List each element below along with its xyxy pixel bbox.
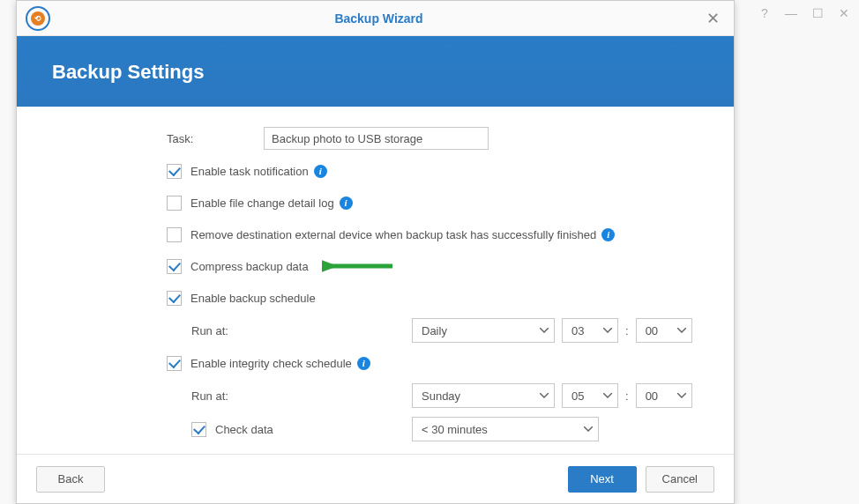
option-integrity: Enable integrity check schedule i [167, 352, 716, 374]
dialog-footer: Back Next Cancel [17, 454, 734, 503]
integrity-frequency-value: Sunday [422, 389, 460, 403]
label-enable-log: Enable file change detail log [190, 196, 334, 210]
task-row: Task: [167, 126, 716, 151]
parent-maximize-icon[interactable]: ☐ [810, 5, 825, 21]
chevron-down-icon [594, 328, 612, 333]
option-enable-log: Enable file change detail log i [167, 191, 716, 214]
close-icon[interactable]: ✕ [700, 6, 725, 31]
info-icon[interactable]: i [601, 228, 615, 241]
parent-help-icon[interactable]: ? [757, 5, 773, 21]
label-enable-schedule: Enable backup schedule [190, 292, 316, 305]
checkbox-remove-device[interactable] [167, 227, 182, 242]
chevron-down-icon [594, 393, 612, 398]
backup-minute-select[interactable]: 00 [636, 318, 692, 343]
option-remove-device: Remove destination external device when … [167, 223, 716, 246]
left-spacer [43, 107, 167, 454]
info-icon[interactable]: i [340, 196, 353, 210]
next-button[interactable]: Next [568, 466, 637, 493]
integrity-hour-select[interactable]: 05 [562, 383, 618, 408]
backup-frequency-value: Daily [422, 324, 447, 337]
integrity-schedule-row: Run at: Sunday 05 : 00 [191, 383, 716, 408]
option-enable-schedule: Enable backup schedule [167, 286, 716, 309]
run-at-label: Run at: [191, 324, 412, 337]
check-data-row: Check data < 30 minutes [191, 417, 716, 441]
option-encryption: Enable client-side encryption [167, 450, 716, 454]
backup-schedule-row: Run at: Daily 03 : 00 [191, 318, 716, 343]
checkbox-check-data[interactable] [191, 422, 206, 437]
integrity-minute-value: 00 [646, 389, 658, 403]
back-button[interactable]: Back [36, 466, 105, 493]
label-compress: Compress backup data [190, 260, 309, 273]
header-band: Backup Settings [17, 36, 734, 107]
check-data-limit-value: < 30 minutes [422, 423, 488, 436]
option-compress: Compress backup data [167, 255, 716, 278]
chevron-down-icon [531, 328, 549, 333]
chevron-down-icon [575, 426, 593, 432]
run-at-label: Run at: [191, 389, 412, 403]
chevron-down-icon [669, 328, 686, 333]
checkbox-enable-notification[interactable] [167, 164, 182, 179]
checkbox-integrity[interactable] [167, 356, 182, 371]
checkbox-enable-schedule[interactable] [167, 291, 182, 306]
label-integrity: Enable integrity check schedule [190, 357, 352, 370]
chevron-down-icon [669, 393, 686, 398]
backup-hour-select[interactable]: 03 [562, 318, 618, 343]
label-remove-device: Remove destination external device when … [190, 228, 596, 241]
info-icon[interactable]: i [314, 165, 327, 178]
dialog-titlebar: ⟲ Backup Wizard ✕ [17, 1, 734, 36]
chevron-down-icon [531, 393, 549, 398]
parent-window-controls: ? — ☐ ✕ [757, 5, 852, 21]
integrity-minute-select[interactable]: 00 [636, 383, 692, 408]
page-title: Backup Settings [52, 61, 698, 84]
app-icon-inner: ⟲ [31, 11, 45, 26]
time-colon: : [625, 324, 629, 337]
label-check-data: Check data [215, 423, 273, 436]
check-data-limit-select[interactable]: < 30 minutes [412, 417, 599, 441]
parent-close-icon[interactable]: ✕ [836, 5, 852, 21]
parent-minimize-icon[interactable]: — [783, 5, 799, 21]
backup-hour-value: 03 [571, 324, 584, 337]
backup-frequency-select[interactable]: Daily [412, 318, 555, 343]
info-icon[interactable]: i [357, 357, 370, 370]
time-colon: : [625, 389, 629, 403]
cancel-button[interactable]: Cancel [646, 466, 714, 493]
dialog-body: Task: Enable task notification i Enable … [17, 107, 734, 454]
option-enable-notification: Enable task notification i [167, 159, 716, 182]
integrity-hour-value: 05 [571, 389, 584, 403]
label-enable-notification: Enable task notification [190, 165, 309, 178]
task-label: Task: [167, 132, 264, 145]
integrity-frequency-select[interactable]: Sunday [412, 383, 555, 408]
dialog-title: Backup Wizard [57, 11, 700, 26]
app-icon: ⟲ [26, 6, 50, 31]
checkbox-compress[interactable] [167, 259, 182, 274]
task-name-input[interactable] [264, 127, 489, 150]
backup-wizard-dialog: ⟲ Backup Wizard ✕ Backup Settings Task: … [16, 0, 735, 504]
backup-minute-value: 00 [646, 324, 658, 337]
settings-form: Task: Enable task notification i Enable … [167, 107, 716, 454]
checkbox-enable-log[interactable] [167, 196, 182, 211]
